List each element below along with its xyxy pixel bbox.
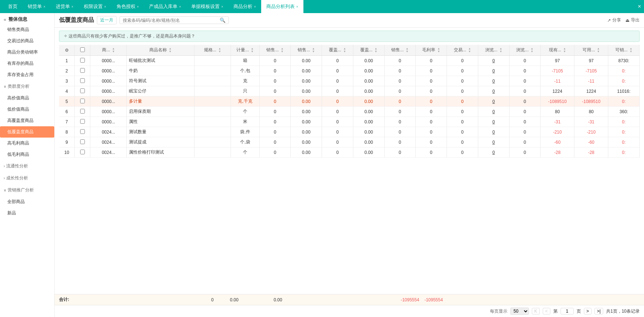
browse1-link[interactable]: 0 bbox=[492, 58, 495, 63]
row-checkbox[interactable] bbox=[75, 127, 90, 137]
row-name[interactable]: 多计量 bbox=[127, 96, 195, 107]
row-name[interactable]: 符号测试 bbox=[127, 76, 195, 86]
row-select-checkbox[interactable] bbox=[80, 68, 85, 73]
row-select-checkbox[interactable] bbox=[80, 109, 85, 114]
row-select-checkbox[interactable] bbox=[80, 88, 85, 93]
sidebar-item-low-margin[interactable]: 低毛利商品 bbox=[0, 149, 54, 160]
row-name[interactable]: 启用保质期 bbox=[127, 107, 195, 117]
row-checkbox[interactable] bbox=[75, 66, 90, 76]
select-all-checkbox[interactable] bbox=[80, 47, 85, 52]
row-checkbox[interactable] bbox=[75, 117, 90, 127]
sidebar-section-cluster[interactable]: ∨ 类群度分析 bbox=[0, 80, 54, 92]
browse1-link[interactable]: 0 bbox=[492, 140, 495, 145]
browse1-link[interactable]: 0 bbox=[492, 68, 495, 74]
sidebar-item-category-rate[interactable]: 商品分类动销率 bbox=[0, 47, 54, 58]
browse1-link[interactable]: 0 bbox=[492, 89, 495, 94]
sidebar-item-all-goods[interactable]: 全部商品 bbox=[0, 196, 54, 207]
prev-page-button[interactable]: < bbox=[543, 308, 550, 314]
row-select-checkbox[interactable] bbox=[80, 78, 85, 83]
sidebar-item-high-coverage[interactable]: 高覆盖度商品 bbox=[0, 115, 54, 126]
row-checkbox[interactable] bbox=[75, 56, 90, 66]
row-select-checkbox[interactable] bbox=[80, 150, 85, 154]
nav-home[interactable]: 首页 bbox=[3, 0, 23, 13]
row-name[interactable]: 属性价格打印测试 bbox=[127, 147, 195, 158]
th-unit[interactable]: 计量... ▲▼ bbox=[231, 45, 260, 56]
th-browse1[interactable]: 浏览... ▲▼ bbox=[478, 45, 509, 56]
row-browse1[interactable]: 0 bbox=[478, 66, 509, 76]
browse1-link[interactable]: 0 bbox=[492, 119, 495, 124]
row-name[interactable]: 测试数量 bbox=[127, 127, 195, 137]
row-checkbox[interactable] bbox=[75, 86, 90, 96]
export-button[interactable]: ⏏ 导出 bbox=[625, 17, 640, 23]
row-browse1[interactable]: 0 bbox=[478, 56, 509, 66]
row-name[interactable]: 属性 bbox=[127, 117, 195, 127]
sidebar-section-flow[interactable]: › 流通性分析 bbox=[0, 160, 54, 172]
per-page-select[interactable]: 50 100 200 bbox=[510, 308, 529, 315]
share-button[interactable]: ↗ 分享 bbox=[607, 17, 621, 23]
nav-close-icon[interactable]: × bbox=[221, 5, 223, 9]
browse1-link[interactable]: 0 bbox=[492, 109, 495, 114]
nav-purchase-order[interactable]: 进货单 × bbox=[51, 0, 79, 13]
nav-sales-order[interactable]: 销货单 × bbox=[23, 0, 51, 13]
th-name[interactable]: 商品名称 ▲▼ bbox=[127, 45, 195, 56]
row-browse1[interactable]: 0 bbox=[478, 127, 509, 137]
th-checkbox[interactable] bbox=[75, 45, 90, 56]
sidebar-item-sales-goods[interactable]: 销售类商品 bbox=[0, 24, 54, 35]
th-settings[interactable]: ⚙ bbox=[59, 45, 75, 56]
th-available[interactable]: 可用... ▲▼ bbox=[574, 45, 608, 56]
th-code[interactable]: 商... ▲▼ bbox=[90, 45, 127, 56]
nav-close-icon[interactable]: × bbox=[104, 5, 106, 9]
sidebar-section-growth[interactable]: › 成长性分析 bbox=[0, 172, 54, 184]
row-checkbox[interactable] bbox=[75, 147, 90, 158]
nav-close-icon[interactable]: × bbox=[296, 5, 298, 9]
th-sellable[interactable]: 可销... ▲▼ bbox=[608, 45, 640, 56]
nav-product-inbound[interactable]: 产成品入库单 × bbox=[144, 0, 186, 13]
next-page-button[interactable]: > bbox=[584, 308, 592, 314]
browse1-link[interactable]: 0 bbox=[492, 79, 495, 84]
th-gross-margin[interactable]: 毛利率 ▲▼ bbox=[416, 45, 447, 56]
sidebar-item-high-margin[interactable]: 高毛利商品 bbox=[0, 138, 54, 149]
nav-close-icon[interactable]: × bbox=[43, 5, 46, 9]
sidebar-item-in-stock[interactable]: 有库存的商品 bbox=[0, 58, 54, 69]
row-browse1[interactable]: 0 bbox=[478, 76, 509, 86]
sidebar-item-low-value[interactable]: 低价值商品 bbox=[0, 104, 54, 115]
row-name[interactable]: 牛奶 bbox=[127, 66, 195, 76]
th-transactions[interactable]: 交易... ▲▼ bbox=[447, 45, 478, 56]
sidebar-section-marketing[interactable]: ∨ 营销推广分析 bbox=[0, 184, 54, 196]
sidebar-item-new-goods[interactable]: 新品 bbox=[0, 207, 54, 219]
row-browse1[interactable]: 0 bbox=[478, 107, 509, 117]
sidebar-item-high-value[interactable]: 高价值商品 bbox=[0, 92, 54, 104]
nav-close-all-button[interactable]: × bbox=[638, 3, 641, 10]
row-browse1[interactable]: 0 bbox=[478, 96, 509, 107]
th-coverage1[interactable]: 覆盖... ▲▼ bbox=[322, 45, 353, 56]
th-sales-val[interactable]: 销售... ▲▼ bbox=[384, 45, 416, 56]
row-checkbox[interactable] bbox=[75, 107, 90, 117]
nav-product-analysis[interactable]: 商品分析 × bbox=[228, 0, 261, 13]
nav-permission-settings[interactable]: 权限设置 × bbox=[79, 0, 111, 13]
nav-role-auth[interactable]: 角色授权 × bbox=[111, 0, 144, 13]
th-current-stock[interactable]: 现有... ▲▼ bbox=[541, 45, 574, 56]
nav-product-analysis-list[interactable]: 商品分析列表 × bbox=[261, 0, 303, 13]
row-name[interactable]: 旺铺批次测试 bbox=[127, 56, 195, 66]
th-coverage2[interactable]: 覆盖... ▲▼ bbox=[353, 45, 384, 56]
nav-close-icon[interactable]: × bbox=[254, 5, 256, 9]
browse1-link[interactable]: 0 bbox=[492, 130, 495, 135]
sidebar-item-low-coverage[interactable]: 低覆盖度商品 bbox=[0, 126, 54, 138]
nav-close-icon[interactable]: × bbox=[71, 5, 74, 9]
nav-close-icon[interactable]: × bbox=[179, 5, 181, 9]
last-page-button[interactable]: >| bbox=[594, 308, 603, 314]
first-page-button[interactable]: K bbox=[532, 308, 540, 314]
th-sales-qty[interactable]: 销售... ▲▼ bbox=[259, 45, 291, 56]
row-checkbox[interactable] bbox=[75, 137, 90, 147]
row-checkbox[interactable] bbox=[75, 96, 90, 107]
row-browse1[interactable]: 0 bbox=[478, 86, 509, 96]
row-select-checkbox[interactable] bbox=[80, 99, 85, 103]
th-browse2[interactable]: 浏览... ▲▼ bbox=[509, 45, 541, 56]
sidebar-item-traded-goods[interactable]: 交易过的商品 bbox=[0, 35, 54, 47]
th-sales-amt[interactable]: 销售... ▲▼ bbox=[291, 45, 322, 56]
row-name[interactable]: 眠宝公仔 bbox=[127, 86, 195, 96]
search-input[interactable] bbox=[123, 18, 220, 23]
row-select-checkbox[interactable] bbox=[80, 58, 85, 63]
browse1-link[interactable]: 0 bbox=[492, 99, 495, 104]
sidebar-collapse-button[interactable]: « bbox=[4, 17, 6, 22]
